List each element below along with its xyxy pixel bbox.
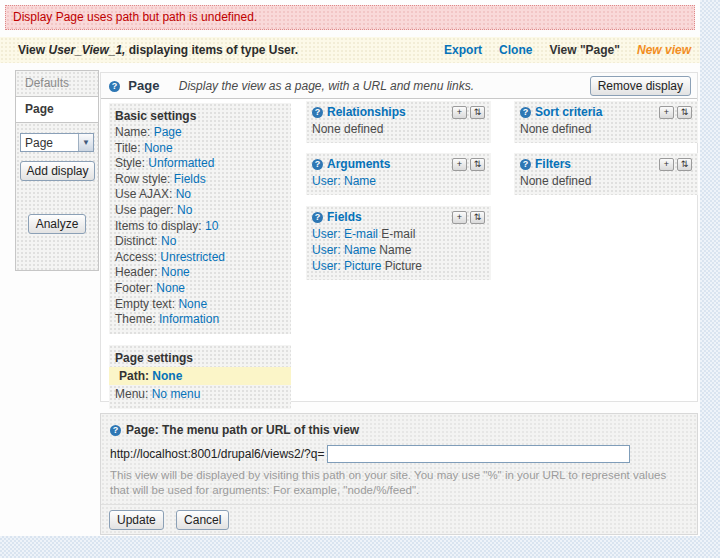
path-label: Path: [119,369,149,383]
setting-value-link[interactable]: 10 [205,219,218,233]
sort-criteria-header: ? Sort criteria + ⇅ [520,105,692,119]
add-icon[interactable]: + [452,211,467,224]
sidebar-body: Page ▼ Add display Analyze [15,123,99,271]
setting-value-link[interactable]: None [161,265,190,279]
setting-row: Use pager: No [115,203,285,219]
export-link[interactable]: Export [444,43,482,57]
help-icon[interactable]: ? [520,107,531,118]
setting-row: Row style: Fields [115,172,285,188]
setting-value-link[interactable]: Unformatted [148,156,214,170]
remove-display-button[interactable]: Remove display [590,76,691,96]
analyze-button[interactable]: Analyze [28,214,87,234]
argument-item-link[interactable]: User: Name [312,174,376,188]
setting-row: Items to display: 10 [115,219,285,235]
menu-value-link[interactable]: No menu [152,387,201,401]
setting-label: Theme: [115,312,156,326]
setting-label: Style: [115,156,145,170]
setting-row: Distinct: No [115,234,285,250]
setting-row: Empty text: None [115,297,285,313]
help-icon[interactable]: ? [520,159,531,170]
page-settings-title: Page settings [115,349,285,367]
form-actions: Update Cancel [101,504,697,530]
view-page-link[interactable]: View "Page" [549,43,620,57]
view-summary: View User_View_1, displaying items of ty… [18,43,444,57]
new-view-link[interactable]: New view [637,43,691,57]
filters-header: ? Filters + ⇅ [520,157,692,171]
setting-label: Row style: [115,172,170,186]
tab-defaults[interactable]: Defaults [15,70,99,97]
setting-label: Access: [115,250,157,264]
setting-label: Items to display: [115,219,202,233]
setting-row: Title: None [115,141,285,157]
help-icon[interactable]: ? [312,159,323,170]
display-type-select[interactable]: Page ▼ [20,133,94,152]
setting-label: Use pager: [115,203,174,217]
field-item-link[interactable]: User: E-mail [312,227,378,241]
setting-value-link[interactable]: None [178,297,207,311]
field-item-suffix: Picture [381,259,422,273]
path-input[interactable] [327,445,630,463]
setting-row: Style: Unformatted [115,156,285,172]
rearrange-icon[interactable]: ⇅ [470,158,485,171]
setting-value-link[interactable]: None [144,141,173,155]
update-button[interactable]: Update [109,510,164,530]
sort-criteria-block: ? Sort criteria + ⇅ None defined [514,101,698,143]
form-title: ?Page: The menu path or URL of this view [101,414,697,437]
field-item: User: E-mail E-mail [312,226,485,242]
add-icon[interactable]: + [452,106,467,119]
help-icon[interactable]: ? [109,81,120,92]
setting-value-link[interactable]: None [156,281,185,295]
basic-settings-block: Basic settings Name: Page Title: None St… [109,103,291,334]
view-summary-prefix: View [18,43,48,57]
rearrange-icon[interactable]: ⇅ [470,106,485,119]
setting-value-link[interactable]: Page [154,125,182,139]
relationships-header: ? Relationships + ⇅ [312,105,485,119]
menu-setting-row: Menu: No menu [115,386,285,403]
rearrange-icon[interactable]: ⇅ [677,158,692,171]
add-display-button[interactable]: Add display [20,161,95,181]
view-name: User_View_1, [48,43,125,57]
fields-title-link[interactable]: Fields [327,210,362,224]
help-icon[interactable]: ? [312,107,323,118]
filters-title-link[interactable]: Filters [535,157,571,171]
cancel-button[interactable]: Cancel [176,510,229,530]
field-item-link[interactable]: User: Picture [312,259,381,273]
tab-page[interactable]: Page [15,97,99,123]
display-type-selected: Page [25,136,53,150]
display-panel: Remove display ? Page Display the view a… [100,72,698,402]
add-icon[interactable]: + [659,158,674,171]
field-item-suffix: E-mail [378,227,415,241]
sort-criteria-title-link[interactable]: Sort criteria [535,105,602,119]
add-icon[interactable]: + [452,158,467,171]
fields-block: ? Fields + ⇅ User: E-mail E-mail User: N… [306,206,491,280]
argument-item: User: Name [312,173,485,189]
setting-value-link[interactable]: No [161,234,176,248]
rearrange-icon[interactable]: ⇅ [470,211,485,224]
clone-link[interactable]: Clone [499,43,532,57]
rearrange-icon[interactable]: ⇅ [677,106,692,119]
form-description: This view will be displayed by visiting … [101,463,697,498]
relationships-title-link[interactable]: Relationships [327,105,406,119]
filters-block: ? Filters + ⇅ None defined [514,153,698,195]
field-item: User: Picture Picture [312,258,485,274]
arguments-title-link[interactable]: Arguments [327,157,390,171]
help-icon[interactable]: ? [312,212,323,223]
help-icon[interactable]: ? [110,425,121,436]
setting-value-link[interactable]: Information [159,312,219,326]
field-item: User: Name Name [312,242,485,258]
setting-value-link[interactable]: Unrestricted [160,250,225,264]
setting-value-link[interactable]: No [177,203,192,217]
display-title: Page [128,78,159,93]
path-value-link[interactable]: None [152,369,182,383]
relationships-empty: None defined [312,121,485,137]
setting-value-link[interactable]: No [176,187,191,201]
add-icon[interactable]: + [659,106,674,119]
setting-value-link[interactable]: Fields [174,172,206,186]
arguments-block: ? Arguments + ⇅ User: Name [306,153,491,195]
setting-label: Title: [115,141,141,155]
setting-label: Empty text: [115,297,175,311]
setting-row: Access: Unrestricted [115,250,285,266]
display-sidebar: Defaults Page Page ▼ Add display Analyze [15,70,99,271]
setting-label: Header: [115,265,158,279]
field-item-link[interactable]: User: Name [312,243,376,257]
